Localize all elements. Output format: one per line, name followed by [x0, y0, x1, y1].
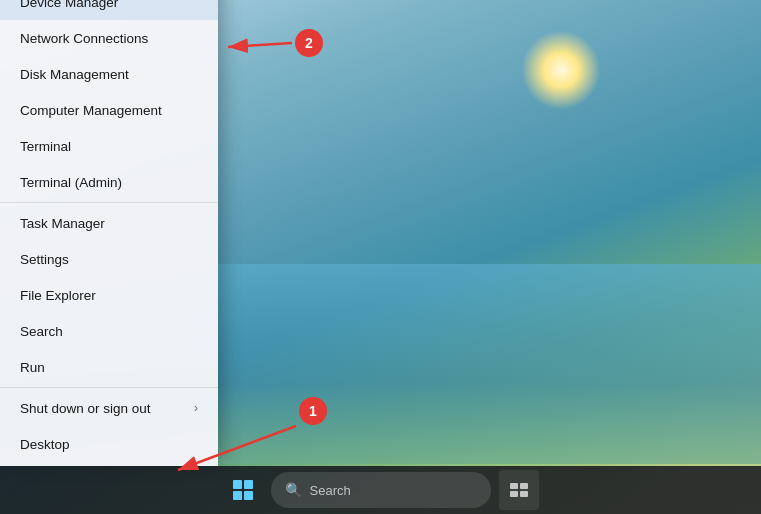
menu-divider-divider1 [0, 202, 218, 203]
menu-item-label-network-connections: Network Connections [20, 31, 198, 46]
svg-rect-4 [510, 483, 518, 489]
menu-item-label-terminal: Terminal [20, 139, 198, 154]
menu-item-settings[interactable]: Settings [0, 241, 218, 277]
context-menu: SystemDevice ManagerNetwork ConnectionsD… [0, 0, 218, 466]
menu-item-label-settings: Settings [20, 252, 198, 267]
svg-rect-7 [520, 491, 528, 497]
taskbar: 🔍 Search [0, 466, 761, 514]
menu-item-task-manager[interactable]: Task Manager [0, 205, 218, 241]
menu-item-label-file-explorer: File Explorer [20, 288, 198, 303]
menu-item-label-computer-management: Computer Management [20, 103, 198, 118]
menu-item-terminal-admin[interactable]: Terminal (Admin) [0, 164, 218, 200]
task-view-button[interactable] [499, 470, 539, 510]
menu-item-file-explorer[interactable]: File Explorer [0, 277, 218, 313]
start-button[interactable] [223, 470, 263, 510]
menu-item-disk-management[interactable]: Disk Management [0, 56, 218, 92]
menu-item-label-disk-management: Disk Management [20, 67, 198, 82]
sun-decoration [521, 30, 601, 110]
svg-rect-6 [510, 491, 518, 497]
menu-item-shut-down[interactable]: Shut down or sign out› [0, 390, 218, 426]
windows-logo [233, 480, 253, 500]
menu-item-arrow-shut-down: › [194, 401, 198, 415]
menu-item-terminal[interactable]: Terminal [0, 128, 218, 164]
menu-item-device-manager[interactable]: Device Manager [0, 0, 218, 20]
menu-item-label-shut-down: Shut down or sign out [20, 401, 194, 416]
menu-item-label-run: Run [20, 360, 198, 375]
taskbar-search[interactable]: 🔍 Search [271, 472, 491, 508]
menu-item-search[interactable]: Search [0, 313, 218, 349]
menu-item-label-search: Search [20, 324, 198, 339]
search-icon: 🔍 [285, 482, 302, 498]
svg-rect-5 [520, 483, 528, 489]
menu-item-desktop[interactable]: Desktop [0, 426, 218, 462]
menu-item-run[interactable]: Run [0, 349, 218, 385]
menu-item-label-desktop: Desktop [20, 437, 198, 452]
task-view-icon [510, 483, 528, 497]
menu-item-label-task-manager: Task Manager [20, 216, 198, 231]
menu-item-computer-management[interactable]: Computer Management [0, 92, 218, 128]
taskbar-search-label: Search [310, 483, 351, 498]
menu-item-network-connections[interactable]: Network Connections [0, 20, 218, 56]
menu-item-label-terminal-admin: Terminal (Admin) [20, 175, 198, 190]
menu-divider-divider2 [0, 387, 218, 388]
menu-item-label-device-manager: Device Manager [20, 0, 198, 10]
